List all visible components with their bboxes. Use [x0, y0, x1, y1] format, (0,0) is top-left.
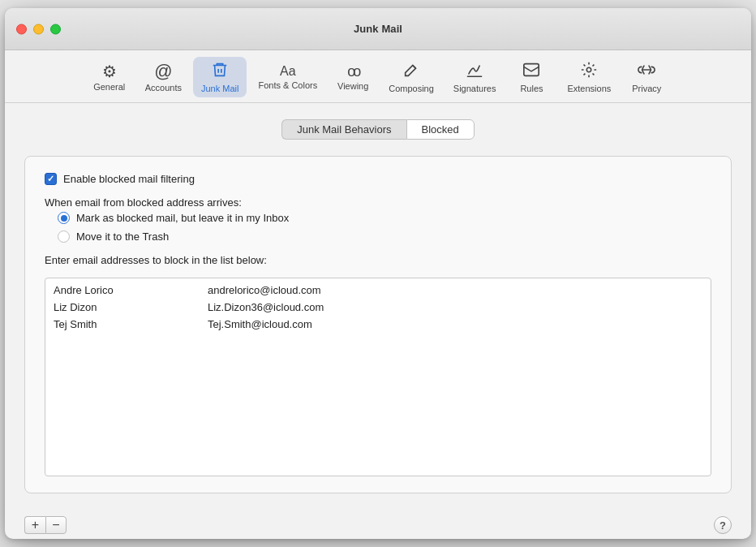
composing-icon	[402, 61, 420, 81]
when-email-label: When email from blocked address arrives:	[45, 196, 711, 209]
add-button[interactable]: +	[24, 516, 45, 534]
toolbar-label-accounts: Accounts	[145, 83, 182, 93]
toolbar-label-composing: Composing	[389, 84, 434, 93]
toolbar-item-extensions[interactable]: Extensions	[559, 57, 619, 97]
toolbar-label-privacy: Privacy	[632, 84, 661, 93]
segment-blocked[interactable]: Blocked	[406, 119, 475, 140]
when-email-section: When email from blocked address arrives:…	[45, 196, 711, 243]
email-addr-2: Tej.Smith@icloud.com	[208, 318, 312, 330]
radio-inbox-label: Mark as blocked mail, but leave it in my…	[76, 212, 289, 224]
toolbar-label-extensions: Extensions	[567, 84, 611, 93]
main-window: Junk Mail ⚙ General @ Accounts Junk Mail…	[5, 8, 751, 539]
settings-panel: Enable blocked mail filtering When email…	[24, 156, 732, 493]
viewing-icon: oo	[347, 64, 359, 79]
maximize-button[interactable]	[50, 24, 61, 34]
toolbar-item-signatures[interactable]: Signatures	[445, 57, 505, 97]
add-remove-group: + −	[24, 516, 67, 534]
table-row[interactable]: Tej Smith Tej.Smith@icloud.com	[45, 316, 711, 333]
toolbar-item-general[interactable]: ⚙ General	[85, 59, 134, 96]
extensions-icon	[580, 61, 598, 81]
table-row[interactable]: Andre Lorico andrelorico@icloud.com	[45, 282, 711, 299]
email-addr-1: Liz.Dizon36@icloud.com	[208, 301, 324, 313]
bottom-bar: + − ?	[5, 506, 751, 539]
enable-filter-row: Enable blocked mail filtering	[45, 173, 711, 185]
fonts-icon: Aa	[280, 65, 296, 78]
privacy-icon	[638, 61, 655, 81]
table-row[interactable]: Liz Dizon Liz.Dizon36@icloud.com	[45, 299, 711, 316]
toolbar-item-fontscolors[interactable]: Aa Fonts & Colors	[250, 61, 325, 94]
radio-group: Mark as blocked mail, but leave it in my…	[45, 212, 711, 243]
email-name-0: Andre Lorico	[54, 284, 143, 296]
enable-filter-checkbox[interactable]	[45, 173, 57, 185]
toolbar-label-rules: Rules	[520, 84, 543, 93]
window-controls	[16, 24, 61, 34]
toolbar: ⚙ General @ Accounts Junk Mail Aa Fonts …	[5, 50, 751, 103]
toolbar-item-junkmail[interactable]: Junk Mail	[193, 57, 247, 97]
svg-point-2	[587, 67, 592, 72]
radio-trash[interactable]	[58, 230, 70, 243]
at-icon: @	[154, 62, 172, 80]
segmented-control: Junk Mail Behaviors Blocked	[24, 119, 732, 140]
minimize-button[interactable]	[33, 24, 44, 34]
radio-trash-label: Move it to the Trash	[76, 230, 169, 243]
svg-rect-1	[524, 64, 539, 76]
title-bar: Junk Mail	[5, 8, 751, 50]
signatures-icon	[466, 61, 483, 81]
email-list[interactable]: Andre Lorico andrelorico@icloud.com Liz …	[45, 278, 711, 476]
toolbar-item-composing[interactable]: Composing	[380, 57, 442, 97]
rules-icon	[522, 61, 540, 81]
window-title: Junk Mail	[354, 23, 402, 35]
toolbar-item-privacy[interactable]: Privacy	[622, 57, 671, 97]
radio-inbox-row[interactable]: Mark as blocked mail, but leave it in my…	[58, 212, 711, 224]
segment-behaviors[interactable]: Junk Mail Behaviors	[281, 119, 406, 140]
toolbar-item-viewing[interactable]: oo Viewing	[329, 60, 377, 95]
email-name-2: Tej Smith	[54, 318, 143, 330]
help-button[interactable]: ?	[714, 516, 732, 534]
radio-inbox[interactable]	[58, 212, 70, 224]
content-area: Junk Mail Behaviors Blocked Enable block…	[5, 103, 751, 506]
gear-icon: ⚙	[102, 63, 117, 80]
close-button[interactable]	[16, 24, 27, 34]
junkmail-icon	[211, 61, 229, 81]
email-addr-0: andrelorico@icloud.com	[208, 284, 321, 296]
remove-button[interactable]: −	[45, 516, 67, 534]
toolbar-label-signatures: Signatures	[453, 84, 496, 93]
enable-filter-label: Enable blocked mail filtering	[63, 173, 195, 185]
toolbar-item-accounts[interactable]: @ Accounts	[137, 58, 190, 97]
toolbar-label-fontscolors: Fonts & Colors	[258, 80, 317, 90]
toolbar-label-viewing: Viewing	[337, 81, 368, 91]
toolbar-label-junkmail: Junk Mail	[201, 84, 238, 93]
email-name-1: Liz Dizon	[54, 301, 143, 313]
toolbar-label-general: General	[93, 82, 125, 92]
radio-trash-row[interactable]: Move it to the Trash	[58, 230, 711, 243]
toolbar-item-rules[interactable]: Rules	[507, 57, 556, 97]
email-list-label: Enter email addresses to block in the li…	[45, 254, 711, 266]
